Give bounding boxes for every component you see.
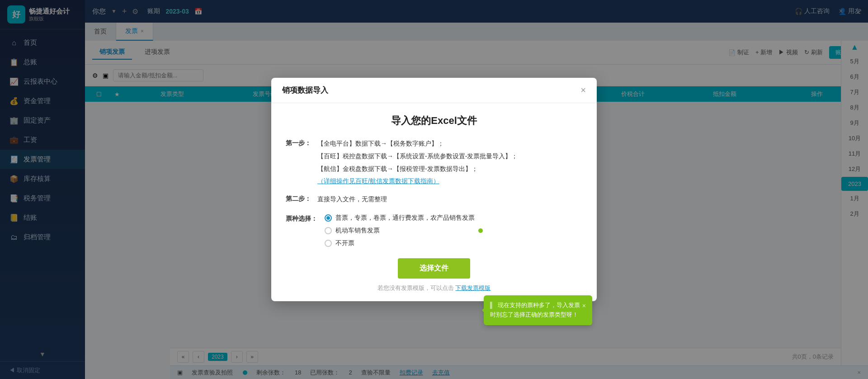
download-template-link[interactable]: 下载发票模版 <box>455 284 491 291</box>
step1-label: 第一步： <box>286 138 317 189</box>
tooltip-text: 现在支持的票种多了，导入发票时别忘了选择正确的发票类型呀！ <box>490 302 580 318</box>
ticket-label: 票种选择： <box>286 214 317 223</box>
radio-1-dot <box>326 216 330 220</box>
step2-content: 直接导入文件，无需整理 <box>317 194 582 207</box>
modal-close-button[interactable]: × <box>580 85 586 95</box>
modal-body: 导入您的Excel文件 第一步： 【全电平台】数据下载→【税务数字账户】； 【百… <box>271 103 597 301</box>
tooltip-close-button[interactable]: × <box>582 301 586 311</box>
radio-2-label: 机动车销售发票 <box>335 227 380 235</box>
select-file-label: 选择文件 <box>420 264 448 272</box>
radio-1-label: 普票，专票，卷票，通行费发票，农产品销售发票 <box>335 214 475 222</box>
download-guide-link[interactable]: （详细操作见百旺/航信发票数据下载指南） <box>317 177 439 185</box>
radio-3-label: 不开票 <box>335 239 354 247</box>
radio-option-2[interactable]: 机动车销售发票 <box>325 227 475 235</box>
tooltip-bar: ▌ <box>490 302 494 308</box>
tooltip-bubble: × ▌ 现在支持的票种多了，导入发票时别忘了选择正确的发票类型呀！ <box>484 295 592 325</box>
step1-row: 第一步： 【全电平台】数据下载→【税务数字账户】； 【百旺】税控盘数据下载→【系… <box>286 138 582 189</box>
radio-option-3[interactable]: 不开票 <box>325 239 475 247</box>
step1-content: 【全电平台】数据下载→【税务数字账户】； 【百旺】税控盘数据下载→【系统设置-系… <box>317 138 582 189</box>
modal-overlay: 销项数据导入 × 导入您的Excel文件 第一步： 【全电平台】数据下载→【税务… <box>0 0 868 379</box>
step1-line-3: 【航信】金税盘数据下载→【报税管理-发票数据导出】； <box>317 164 582 175</box>
modal-header: 销项数据导入 × <box>271 78 597 103</box>
step2-row: 第二步： 直接导入文件，无需整理 <box>286 194 582 207</box>
ticket-section: 票种选择： 普票，专票，卷票，通行费发票，农产品销售发票 机动车销售发票 <box>286 214 582 247</box>
step1-link: （详细操作见百旺/航信发票数据下载指南） <box>317 176 582 187</box>
radio-2-circle[interactable] <box>325 227 332 234</box>
step1-line-1: 【全电平台】数据下载→【税务数字账户】； <box>317 138 582 149</box>
select-file-button[interactable]: 选择文件 <box>398 258 470 279</box>
import-modal: 销项数据导入 × 导入您的Excel文件 第一步： 【全电平台】数据下载→【税务… <box>271 78 597 301</box>
radio-group: 普票，专票，卷票，通行费发票，农产品销售发票 机动车销售发票 不开票 <box>321 214 475 247</box>
footer-text: 若您没有发票模版，可以点击 <box>377 284 454 291</box>
modal-main-title: 导入您的Excel文件 <box>286 114 582 128</box>
step1-line-2: 【百旺】税控盘数据下载→【系统设置-系统参数设置-发票批量导入】； <box>317 151 582 162</box>
ticket-row: 票种选择： 普票，专票，卷票，通行费发票，农产品销售发票 机动车销售发票 <box>286 214 582 247</box>
modal-title: 销项数据导入 <box>282 85 328 95</box>
step2-text: 直接导入文件，无需整理 <box>317 194 582 205</box>
step2-label: 第二步： <box>286 194 317 207</box>
modal-footer: 若您没有发票模版，可以点击 下载发票模版 <box>286 284 582 292</box>
radio-1-circle[interactable] <box>325 214 332 222</box>
radio-3-circle[interactable] <box>325 240 332 247</box>
connector-dot <box>478 228 483 233</box>
radio-option-1[interactable]: 普票，专票，卷票，通行费发票，农产品销售发票 <box>325 214 475 222</box>
